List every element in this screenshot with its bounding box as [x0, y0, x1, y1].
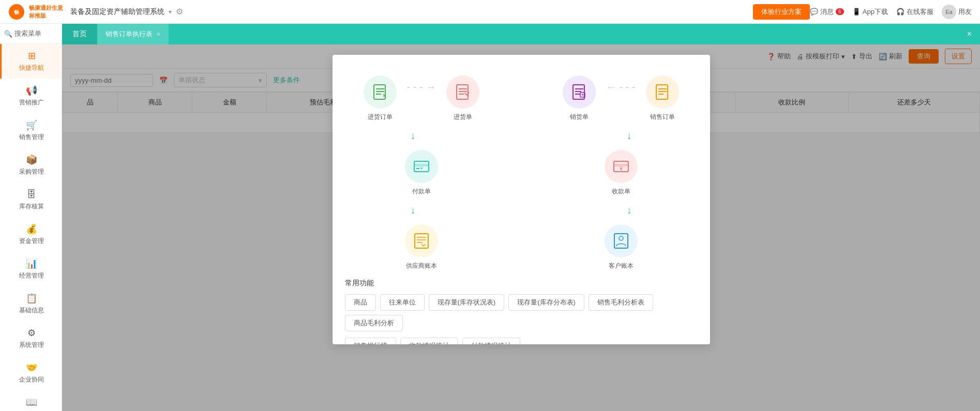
down-arrow-1: ↓	[397, 130, 430, 142]
svg-rect-28	[415, 234, 428, 248]
avatar: Ea	[942, 5, 956, 19]
common-functions-title: 常用功能	[345, 279, 698, 288]
flow-node-payment[interactable]: ¥ 付款单	[397, 142, 446, 204]
sidebar-item-guide[interactable]: 📖 新手引导	[0, 390, 62, 411]
sidebar-item-operation[interactable]: 📊 经营管理	[0, 252, 62, 286]
topbar: 畅 畅康通好生意 标推版 装备及固定资产辅助管理系统 ▾ ⚙ 体验行业方案 💬 …	[0, 0, 980, 24]
flow-row-3: 供应商账本	[345, 216, 698, 279]
logo-area: 畅 畅康通好生意 标推版	[8, 4, 70, 20]
func-buttons-row1: 商品 往来单位 现存量(库存状况表) 现存量(库存分布表) 销售毛利分析表 商品…	[345, 294, 698, 331]
sidebar-search[interactable]: 🔍 搜索菜单	[0, 24, 62, 44]
system-icon: ⚙	[26, 327, 37, 339]
base-icon: 📋	[26, 293, 37, 304]
purchase-bill-label: 进货单	[454, 113, 472, 121]
service-item[interactable]: 🎧 在线客服	[896, 7, 933, 17]
main-layout: 🔍 搜索菜单 ⊞ 快捷导航 📢 营销推广 🛒 销售管理 📦 采购管理 🗄 库存核…	[0, 24, 980, 411]
search-icon: 🔍	[4, 30, 12, 38]
purchase-icon: 📦	[26, 154, 37, 165]
user-item[interactable]: Ea 用友	[942, 5, 972, 19]
svg-text:¥: ¥	[419, 166, 423, 171]
func-btn-sales-profit[interactable]: 销售毛利分析表	[589, 294, 653, 311]
receipt-label: 收款单	[612, 187, 630, 196]
system-title-text: 装备及固定资产辅助管理系统	[70, 7, 164, 17]
page-content: ❓ 帮助 🖨 按模板打印 ▾ ⬆ 导出 🔄 刷新 查询 设置	[62, 44, 980, 411]
message-item[interactable]: 💬 消息 6	[810, 7, 844, 17]
flow-node-sales-bill[interactable]: 销货单	[554, 67, 604, 130]
flow-row-arrows: ↓ ↓	[345, 130, 698, 142]
operation-icon: 📊	[26, 258, 37, 269]
app-download-item[interactable]: 📱 App下载	[852, 7, 888, 17]
sales-order-label: 销售订单	[650, 113, 675, 121]
func-btn-goods-profit[interactable]: 商品毛利分析	[345, 315, 403, 331]
sidebar-item-base[interactable]: 📋 基础信息	[0, 286, 62, 321]
func-btn-receipt-stats[interactable]: 收款情况统计	[400, 338, 458, 344]
flow-node-purchase-order[interactable]: 进货订单	[355, 67, 405, 130]
flow-row-1: 进货订单 - - - →	[345, 67, 698, 130]
sidebar-item-quick[interactable]: ⊞ 快捷导航	[0, 44, 62, 79]
func-buttons-row2: 销售排行榜 收款情况统计 付款情况统计	[345, 338, 698, 344]
flow-node-purchase-bill[interactable]: 进货单	[438, 67, 488, 130]
func-btn-goods[interactable]: 商品	[345, 294, 376, 311]
customer-circle	[605, 224, 638, 257]
sidebar-item-system[interactable]: ⚙ 系统管理	[0, 321, 62, 356]
sidebar-item-enterprise[interactable]: 🤝 企业协同	[0, 356, 62, 390]
sales-bill-label: 销货单	[570, 113, 589, 121]
flow-arrow-h1: - - - →	[407, 81, 436, 116]
marketing-icon: 📢	[26, 85, 37, 96]
flow-row-arrows2: ↓ ↓	[345, 204, 698, 216]
sidebar-item-sales[interactable]: 🛒 销售管理	[0, 113, 62, 148]
func-btn-payment-stats[interactable]: 付款情况统计	[462, 338, 520, 344]
down-arrow-3: ↓	[397, 204, 430, 216]
content-area: 首页 销售订单执行表 × × ❓ 帮助 🖨 按模板打印 ▾	[62, 24, 980, 411]
purchase-order-label: 进货订单	[368, 113, 393, 121]
receipt-circle: ¥	[605, 150, 638, 183]
down-arrow-2: ↓	[613, 130, 646, 142]
supplier-circle	[405, 224, 438, 257]
purchase-order-circle	[364, 75, 397, 109]
svg-text:¥: ¥	[619, 166, 623, 172]
overlay[interactable]: 进货订单 - - - →	[62, 44, 980, 411]
purchase-bill-circle	[446, 75, 479, 109]
common-functions-section: 常用功能 商品 往来单位 现存量(库存状况表) 现存量(库存分布表) 销售毛利分…	[345, 279, 698, 344]
enterprise-icon: 🤝	[26, 362, 37, 373]
dropdown-icon[interactable]: ▾	[169, 8, 172, 16]
tab-bar-close[interactable]: ×	[959, 24, 980, 44]
tab-home[interactable]: 首页	[62, 24, 97, 44]
sidebar: 🔍 搜索菜单 ⊞ 快捷导航 📢 营销推广 🛒 销售管理 📦 采购管理 🗄 库存核…	[0, 24, 62, 411]
flow-node-receipt[interactable]: ¥ 收款单	[596, 142, 646, 204]
sidebar-item-purchase[interactable]: 📦 采购管理	[0, 148, 62, 182]
tab-sales-order[interactable]: 销售订单执行表 ×	[97, 24, 169, 44]
sales-icon: 🛒	[26, 119, 37, 131]
topbar-right: 💬 消息 6 📱 App下载 🎧 在线客服 Ea 用友	[810, 5, 972, 19]
logo-text: 畅康通好生意 标推版	[29, 4, 63, 19]
sales-bill-circle	[563, 75, 596, 109]
tab-close-icon[interactable]: ×	[157, 31, 160, 38]
guide-icon: 📖	[26, 397, 37, 408]
message-badge: 6	[836, 8, 844, 15]
func-btn-stock-status[interactable]: 现存量(库存状况表)	[429, 294, 505, 311]
flow-row-2: ¥ 付款单	[345, 142, 698, 204]
tab-bar: 首页 销售订单执行表 × ×	[62, 24, 980, 44]
trial-button[interactable]: 体验行业方案	[753, 4, 810, 20]
customer-label: 客户账本	[609, 262, 634, 270]
quick-icon: ⊞	[26, 50, 37, 62]
func-btn-sales-rank[interactable]: 销售排行榜	[345, 338, 396, 344]
logo-icon: 畅	[8, 4, 25, 20]
settings-icon[interactable]: ⚙	[176, 7, 183, 17]
headset-icon: 🎧	[896, 8, 904, 16]
sidebar-item-finance[interactable]: 💰 资金管理	[0, 217, 62, 252]
func-btn-partners[interactable]: 往来单位	[380, 294, 425, 311]
flow-node-sales-order[interactable]: 销售订单	[638, 67, 687, 130]
flow-node-supplier[interactable]: 供应商账本	[397, 216, 446, 279]
func-btn-stock-dist[interactable]: 现存量(库存分布表)	[508, 294, 584, 311]
sidebar-item-inventory[interactable]: 🗄 库存核算	[0, 182, 62, 217]
flow-node-customer[interactable]: 客户账本	[596, 216, 646, 279]
message-icon: 💬	[810, 8, 818, 16]
payment-circle: ¥	[405, 150, 438, 183]
system-title: 装备及固定资产辅助管理系统 ▾ ⚙	[70, 7, 753, 17]
sidebar-item-marketing[interactable]: 📢 营销推广	[0, 79, 62, 113]
inventory-icon: 🗄	[26, 189, 37, 200]
svg-text:畅: 畅	[14, 9, 19, 15]
down-arrow-4: ↓	[613, 204, 646, 216]
sales-order-circle	[646, 75, 679, 109]
